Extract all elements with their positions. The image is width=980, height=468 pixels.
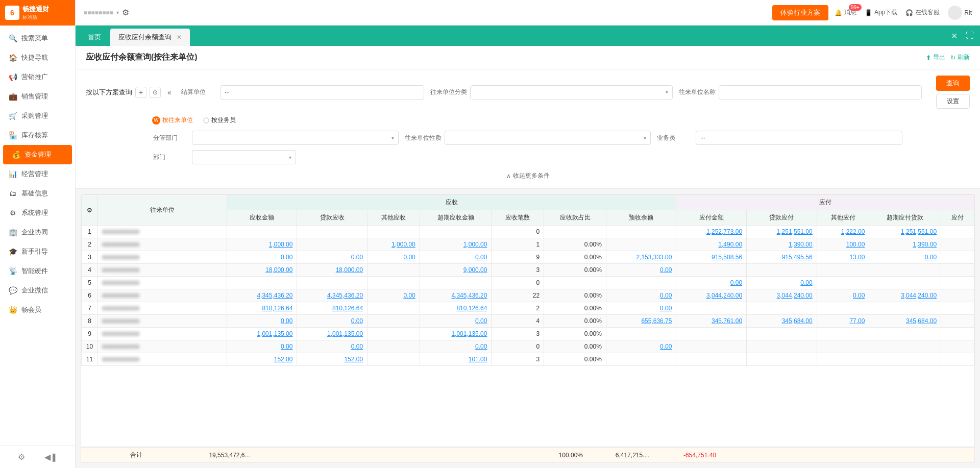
row-ap_other[interactable] xyxy=(817,328,869,340)
row-ap_overdue[interactable] xyxy=(869,340,941,353)
row-ap_amount[interactable]: 0.00 xyxy=(676,277,747,289)
row-ar_prepay[interactable]: 0.00 xyxy=(606,264,676,277)
row-ar_prepay[interactable] xyxy=(606,277,676,289)
row-ar_amount[interactable]: 1,000.00 xyxy=(227,238,297,251)
sidebar-item-wechat[interactable]: 💬 企业微信 xyxy=(0,281,75,300)
query-button[interactable]: 查询 xyxy=(936,76,970,91)
row-ar_prepay[interactable]: 2,153,333.00 xyxy=(606,251,676,264)
row-ap_overdue[interactable] xyxy=(869,302,941,315)
online-service-btn[interactable]: 🎧 在线客服 xyxy=(905,8,940,17)
row-ar_other[interactable] xyxy=(368,353,420,366)
sub-filter-by-unit[interactable]: W 按往来单位 xyxy=(147,114,198,127)
row-ap_overdue[interactable] xyxy=(869,328,941,340)
row-ap_loan[interactable] xyxy=(747,328,817,340)
message-btn[interactable]: 🔔 消息 99+ xyxy=(835,8,856,17)
filter-settings-btn[interactable]: ⊙ xyxy=(150,87,161,98)
row-ap_amount[interactable] xyxy=(676,264,747,277)
sidebar-item-marketing[interactable]: 📢 营销推广 xyxy=(0,67,75,87)
settings-button[interactable]: 设置 xyxy=(936,94,970,109)
user-avatar[interactable]: Rit xyxy=(948,6,972,20)
unit-category-input[interactable]: ▾ xyxy=(470,85,673,100)
filter-collapse-btn[interactable]: « xyxy=(164,87,175,98)
row-ar_overdue[interactable] xyxy=(420,277,492,289)
row-ap_loan[interactable] xyxy=(747,302,817,315)
filter-add-btn[interactable]: + xyxy=(135,87,146,98)
row-ar_overdue[interactable]: 0.00 xyxy=(420,315,492,328)
row-ap_overdue[interactable]: 345,684.00 xyxy=(869,315,941,328)
row-ap_overdue[interactable]: 3,044,240.00 xyxy=(869,289,941,302)
row-ap_amount[interactable] xyxy=(676,302,747,315)
row-ap_amount[interactable]: 3,044,240.00 xyxy=(676,289,747,302)
row-ar_prepay[interactable]: 655,636.75 xyxy=(606,315,676,328)
row-ap_loan[interactable] xyxy=(747,353,817,366)
unit-nature-input[interactable]: ▾ xyxy=(445,131,650,145)
row-ar_loan[interactable]: 1,001,135.00 xyxy=(297,328,368,340)
row-ap_overdue[interactable] xyxy=(869,264,941,277)
row-ap_other[interactable] xyxy=(817,340,869,353)
row-ap_amount[interactable] xyxy=(676,353,747,366)
row-ap_loan[interactable] xyxy=(747,340,817,353)
row-ap_other[interactable]: 0.00 xyxy=(817,289,869,302)
row-ar_overdue[interactable]: 9,000.00 xyxy=(420,264,492,277)
row-ar_amount[interactable]: 0.00 xyxy=(227,340,297,353)
row-ap_amount[interactable]: 1,490.00 xyxy=(676,238,747,251)
row-ar_overdue[interactable]: 810,126.64 xyxy=(420,302,492,315)
department-input[interactable]: ▾ xyxy=(192,150,296,164)
row-ar_amount[interactable]: 4,345,436.20 xyxy=(227,289,297,302)
table-scroll[interactable]: ⚙ 往来单位 应收 应付 应收金额 贷款应收 其他应收 超期应收金额 应收笔数 xyxy=(81,194,974,447)
sidebar-item-basic[interactable]: 🗂 基础信息 xyxy=(0,184,75,203)
row-ar_amount[interactable]: 152.00 xyxy=(227,353,297,366)
row-ar_loan[interactable]: 0.00 xyxy=(297,251,368,264)
row-ar_prepay[interactable]: 0.00 xyxy=(606,289,676,302)
tab-close-window-icon[interactable]: ✕ xyxy=(949,31,960,41)
row-ar_loan[interactable] xyxy=(297,226,368,238)
row-ap_other[interactable] xyxy=(817,302,869,315)
export-btn[interactable]: ⬆ 导出 xyxy=(926,53,945,62)
row-ar_prepay[interactable] xyxy=(606,238,676,251)
row-ar_amount[interactable]: 0.00 xyxy=(227,315,297,328)
settlement-unit-input[interactable]: ··· xyxy=(220,85,424,100)
sidebar-item-system[interactable]: ⚙ 系统管理 xyxy=(0,203,75,223)
sub-filter-by-salesman[interactable]: 按业务员 xyxy=(198,114,241,127)
row-ar_amount[interactable] xyxy=(227,277,297,289)
row-ap_overdue[interactable]: 1,251,551.00 xyxy=(869,226,941,238)
row-ap_loan[interactable]: 0.00 xyxy=(747,277,817,289)
row-ar_prepay[interactable] xyxy=(606,328,676,340)
tab-close-icon[interactable]: ✕ xyxy=(177,34,182,41)
row-ap_other[interactable]: 13.00 xyxy=(817,251,869,264)
row-ar_overdue[interactable] xyxy=(420,226,492,238)
row-ar_other[interactable]: 1,000.00 xyxy=(368,238,420,251)
row-ar_other[interactable] xyxy=(368,264,420,277)
row-ap_other[interactable] xyxy=(817,264,869,277)
row-ar_prepay[interactable] xyxy=(606,226,676,238)
row-ap_other[interactable] xyxy=(817,277,869,289)
row-ap_overdue[interactable]: 1,390.00 xyxy=(869,238,941,251)
tab-home[interactable]: 首页 xyxy=(80,29,109,46)
sidebar-item-quicknav[interactable]: 🏠 快捷导航 xyxy=(0,48,75,67)
row-ap_amount[interactable]: 915,508.56 xyxy=(676,251,747,264)
row-ap_loan[interactable]: 915,495.56 xyxy=(747,251,817,264)
row-ar_amount[interactable]: 810,126.64 xyxy=(227,302,297,315)
sidebar-settings-icon[interactable]: ⚙ xyxy=(18,452,25,462)
row-ar_overdue[interactable]: 4,345,436.20 xyxy=(420,289,492,302)
row-ap_other[interactable]: 1,222.00 xyxy=(817,226,869,238)
tab-expand-icon[interactable]: ⛶ xyxy=(964,31,976,40)
row-ap_overdue[interactable]: 0.00 xyxy=(869,251,941,264)
row-ar_overdue[interactable]: 1,000.00 xyxy=(420,238,492,251)
row-ar_loan[interactable]: 0.00 xyxy=(297,315,368,328)
row-ar_loan[interactable] xyxy=(297,277,368,289)
unit-name-input[interactable] xyxy=(719,85,922,100)
row-ar_other[interactable] xyxy=(368,340,420,353)
th-settings[interactable]: ⚙ xyxy=(82,195,98,226)
row-ar_prepay[interactable]: 0.00 xyxy=(606,340,676,353)
dept-manager-input[interactable]: ▾ xyxy=(192,131,399,145)
row-ap_other[interactable]: 100.00 xyxy=(817,238,869,251)
row-ar_loan[interactable]: 810,126.64 xyxy=(297,302,368,315)
row-ar_other[interactable] xyxy=(368,226,420,238)
salesman-input[interactable]: ··· xyxy=(696,131,902,145)
row-ap_loan[interactable] xyxy=(747,264,817,277)
row-ar_amount[interactable]: 18,000.00 xyxy=(227,264,297,277)
row-ar_prepay[interactable] xyxy=(606,353,676,366)
row-ap_overdue[interactable] xyxy=(869,353,941,366)
sidebar-item-member[interactable]: 👑 畅会员 xyxy=(0,300,75,319)
